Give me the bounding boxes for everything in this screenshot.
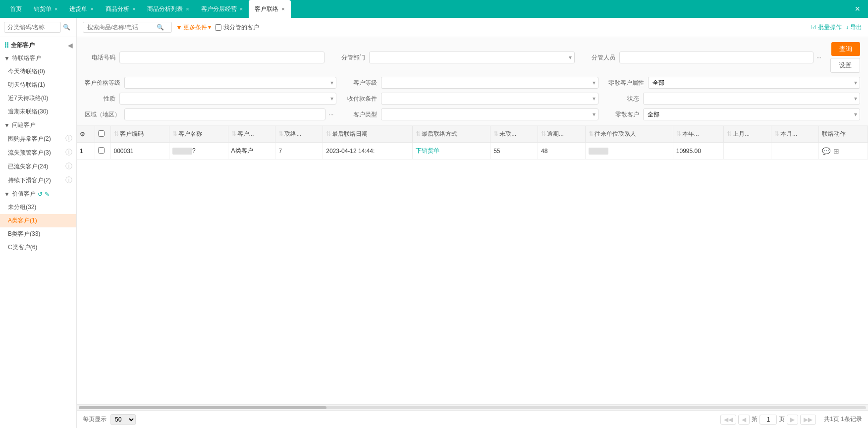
td-index: 1 [77,143,95,160]
status-select[interactable] [643,93,860,105]
sidebar-item-class-b[interactable]: B类客户(33) [0,227,76,241]
page-number-input[interactable] [760,415,777,425]
status-select-wrap [643,93,860,105]
payment-label: 收付款条件 [346,95,381,103]
page-size-select[interactable]: 50 100 200 [110,414,136,425]
value-customer-refresh-icon[interactable]: ↺ [38,191,43,198]
pending-contact-arrow: ▼ [4,55,10,62]
contact-count-sort-icon: ⇅ [278,130,283,137]
nature-select[interactable] [119,93,336,105]
filter-search-icon[interactable]: 🔍 [157,24,164,31]
sidebar-item-declining[interactable]: 持续下滑客户(2) ⓘ [0,173,76,187]
customer-type-select[interactable] [381,108,598,120]
sidebar-item-today[interactable]: 今天待联络(0) [0,65,76,78]
sidebar-item-churned[interactable]: 已流失客户(24) ⓘ [0,160,76,173]
customer-tier-select[interactable] [381,77,598,89]
status-label: 状态 [608,95,643,103]
grid-action-icon[interactable]: ⊞ [833,147,839,155]
sidebar-item-7days[interactable]: 近7天待联络(0) [0,92,76,105]
price-tier-select-wrap [124,77,336,89]
nav-item-purchase[interactable]: 进货单 × [63,0,99,18]
more-filters-button[interactable]: ▼ 更多条件 ▾ [176,23,211,32]
retail-customer-select[interactable]: 全部 [643,108,860,120]
filter-field-phone: 电话号码 [85,52,325,63]
filter-search-box: 🔍 [83,22,172,33]
gear-icon[interactable]: ⚙ [80,131,85,138]
sidebar-item-unclassified[interactable]: 未分组(32) [0,201,76,214]
nav-item-customer-tier[interactable]: 客户分层经营 × [195,0,249,18]
value-customer-edit-icon[interactable]: ✎ [45,191,50,198]
sidebar-item-tomorrow[interactable]: 明天待联络(1) [0,78,76,92]
nav-item-product-analysis-list[interactable]: 商品分析列表 × [141,0,195,18]
close-product-analysis-list-icon[interactable]: × [186,6,189,12]
problem-customer-label: 问题客户 [12,121,36,129]
last-month-sort-icon: ⇅ [727,130,732,137]
pending-contact-label: 待联络客户 [12,54,42,62]
query-button[interactable]: 查询 [831,42,860,56]
filter-search-input[interactable] [87,24,157,31]
close-product-analysis-icon[interactable]: × [132,6,135,12]
nav-item-home[interactable]: 首页 [4,0,28,18]
region-dots-icon[interactable]: ··· [326,111,336,118]
filter-field-person: 分管人员 ··· [585,52,824,63]
phone-input[interactable] [119,52,325,63]
pending-contact-group[interactable]: ▼ 待联络客户 [0,52,76,65]
my-customer-label: 我分管的客户 [223,23,259,32]
nav-item-sales[interactable]: 销货单 × [28,0,63,18]
th-contact-person: ⇅往来单位联系人 [585,126,673,143]
sidebar-search-input[interactable] [4,22,61,33]
last-contact-method-link[interactable]: 下销货单 [416,147,439,154]
td-last-contact-date: 2023-04-12 14:44: [323,143,412,160]
export-icon: ↓ [846,24,849,31]
last-page-button[interactable]: ▶▶ [800,415,816,425]
price-tier-select[interactable] [124,77,336,89]
th-code: ⇅客户编码 [110,126,169,143]
my-customer-checkbox[interactable] [215,24,221,31]
next-page-button[interactable]: ▶ [787,415,798,425]
declining-info-icon: ⓘ [65,176,72,185]
batch-op-button[interactable]: ☑ 批量操作 [811,23,842,32]
value-customer-group[interactable]: ▼ 价值客户 ↺ ✎ [0,187,76,201]
person-input[interactable] [619,52,814,63]
sidebar-item-class-c[interactable]: C类客户(6) [0,241,76,254]
more-filters-arrow: ▾ [208,24,211,31]
close-sales-icon[interactable]: × [54,6,57,12]
close-customer-tier-icon[interactable]: × [240,6,243,12]
close-all-tabs-button[interactable]: × [851,4,864,14]
th-this-year: ⇅本年... [673,126,723,143]
select-all-checkbox[interactable] [98,130,105,137]
row-checkbox[interactable] [98,147,105,154]
grid-dots-icon: ⠿ [4,42,9,50]
th-not-contacted: ⇅未联... [490,126,538,143]
first-page-button[interactable]: ◀◀ [720,415,736,425]
sidebar-search-icon[interactable]: 🔍 [63,24,70,31]
retail-attr-select-wrap: 全部 [648,77,860,89]
sidebar-item-churn-warning[interactable]: 流失预警客户(3) ⓘ [0,146,76,160]
nav-item-customer-contact[interactable]: 客户联络 × [249,0,290,18]
customer-type-label: 客户类型 [346,110,381,119]
sidebar: 🔍 ⠿ 全部客户 ◀ ▼ 待联络客户 今天待联络(0) 明天待联络(1) 近7天… [0,18,77,428]
close-customer-contact-icon[interactable]: × [281,6,284,12]
region-input[interactable] [124,108,326,120]
chat-action-icon[interactable]: 💬 [822,147,830,155]
problem-customer-group[interactable]: ▼ 问题客户 [0,118,76,132]
person-dots-icon[interactable]: ··· [814,54,824,61]
dept-select[interactable] [369,52,574,63]
sidebar-item-overdue[interactable]: 逾期未联络(30) [0,105,76,118]
horizontal-scrollbar[interactable] [77,404,868,410]
retail-attr-select[interactable]: 全部 [648,77,860,89]
filter-field-region: 区域（地区） ··· [85,108,336,120]
export-button[interactable]: ↓ 导出 [846,23,862,32]
sidebar-item-class-a[interactable]: A类客户(1) [0,214,76,227]
payment-select[interactable] [381,93,598,105]
region-label: 区域（地区） [85,110,124,119]
td-contact-person [585,143,673,160]
scrollbar-thumb[interactable] [79,406,326,409]
nav-item-product-analysis[interactable]: 商品分析 × [100,0,141,18]
close-purchase-icon[interactable]: × [90,6,93,12]
not-contacted-sort-icon: ⇅ [493,130,498,137]
prev-page-button[interactable]: ◀ [738,415,750,425]
settings-button[interactable]: 设置 [830,58,860,73]
sidebar-item-hoarding[interactable]: 囤购异常客户(2) ⓘ [0,132,76,146]
sidebar-collapse-icon[interactable]: ◀ [68,42,72,49]
